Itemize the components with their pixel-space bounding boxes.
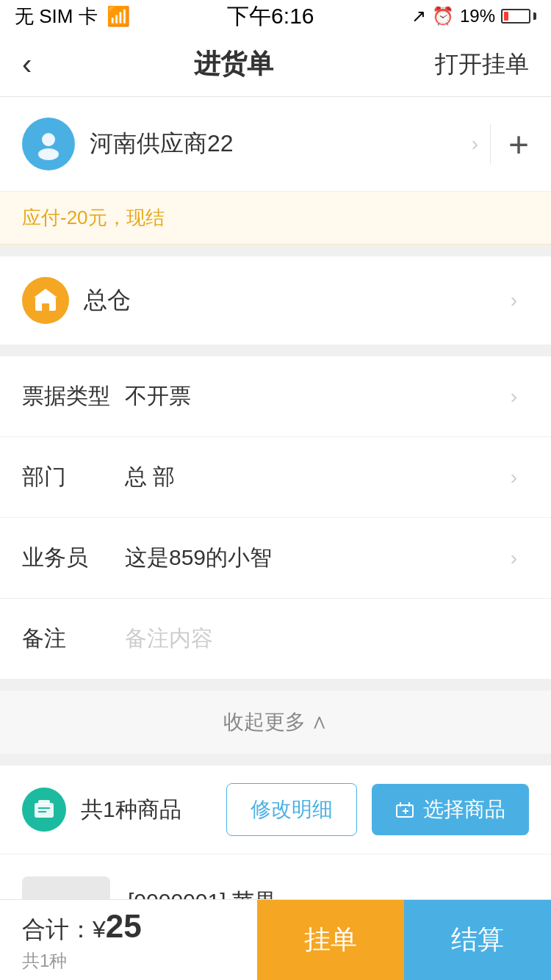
svg-point-0 (42, 133, 55, 146)
salesperson-value: 这是859的小智 (125, 543, 511, 573)
dept-value: 总 部 (125, 462, 511, 492)
remark-label: 备注 (22, 624, 110, 654)
form-row-dept[interactable]: 部门 总 部 › (0, 437, 551, 518)
modify-detail-button[interactable]: 修改明细 (226, 783, 357, 836)
supplier-section: 河南供应商22 › + 应付-20元，现结 (0, 97, 551, 245)
dept-label: 部门 (22, 462, 110, 492)
svg-marker-3 (34, 289, 57, 298)
alarm-icon: ⏰ (432, 6, 454, 26)
product-count-text: 共1种商品 (81, 795, 226, 825)
remark-value: 备注内容 (125, 624, 529, 654)
status-bar: 无 SIM 卡 📶 下午6:16 ↗ ⏰ 19% (0, 0, 551, 32)
form-row-invoice[interactable]: 票据类型 不开票 › (0, 356, 551, 437)
notice-text: 应付-20元，现结 (22, 206, 165, 228)
total-count: 共1种 (22, 949, 235, 973)
bottom-bar: 合计：¥25 共1种 挂单 结算 (0, 899, 551, 980)
svg-rect-6 (38, 800, 50, 804)
supplier-chevron-icon: › (472, 132, 478, 156)
form-row-remark[interactable]: 备注 备注内容 (0, 599, 551, 679)
status-left: 无 SIM 卡 📶 (15, 4, 130, 29)
collapse-label: 收起更多 ∧ (223, 710, 328, 733)
warehouse-row[interactable]: 总仓 › (0, 256, 551, 345)
warehouse-section: 总仓 › (0, 256, 551, 345)
collapse-bar[interactable]: 收起更多 ∧ (0, 691, 551, 754)
notice-bar: 应付-20元，现结 (0, 192, 551, 245)
status-right: ↗ ⏰ 19% (411, 6, 536, 26)
main-content: 河南供应商22 › + 应付-20元，现结 总仓 › 票据类型 不开票 › (0, 97, 551, 980)
open-hang-button[interactable]: 打开挂单 (435, 48, 529, 81)
salesperson-label: 业务员 (22, 543, 110, 573)
invoice-label: 票据类型 (22, 381, 110, 411)
select-product-label: 选择商品 (423, 796, 505, 824)
total-amount: 合计：¥25 (22, 908, 235, 946)
cart-icon (395, 799, 416, 820)
total-currency: ¥ (93, 916, 106, 943)
invoice-chevron-icon: › (511, 385, 517, 408)
battery-icon (501, 9, 536, 24)
svg-point-1 (38, 148, 59, 160)
status-time: 下午6:16 (227, 1, 314, 32)
wifi-icon: 📶 (107, 5, 130, 28)
form-section: 票据类型 不开票 › 部门 总 部 › 业务员 这是859的小智 › 备注 备注… (0, 356, 551, 679)
form-row-salesperson[interactable]: 业务员 这是859的小智 › (0, 518, 551, 599)
nav-bar: ‹ 进货单 打开挂单 (0, 32, 551, 97)
product-header: 共1种商品 修改明细 选择商品 (0, 765, 551, 854)
hang-button[interactable]: 挂单 (257, 900, 404, 981)
dept-chevron-icon: › (511, 466, 517, 489)
total-label: 合计： (22, 916, 93, 943)
svg-rect-5 (35, 803, 54, 818)
total-number: 25 (106, 908, 142, 944)
warehouse-name: 总仓 (84, 284, 511, 317)
checkout-button[interactable]: 结算 (404, 900, 551, 981)
warehouse-icon (22, 277, 69, 324)
supplier-row[interactable]: 河南供应商22 › + (0, 97, 551, 192)
back-button[interactable]: ‹ (22, 48, 32, 81)
battery-text: 19% (460, 6, 495, 26)
supplier-name: 河南供应商22 (90, 128, 472, 160)
add-button[interactable]: + (490, 124, 529, 165)
invoice-value: 不开票 (125, 381, 511, 411)
select-product-button[interactable]: 选择商品 (372, 784, 529, 835)
carrier-text: 无 SIM 卡 (15, 4, 98, 29)
page-title: 进货单 (194, 46, 273, 82)
salesperson-chevron-icon: › (511, 547, 517, 570)
svg-rect-4 (42, 303, 49, 311)
supplier-avatar (22, 118, 75, 170)
location-icon: ↗ (411, 6, 426, 26)
total-section: 合计：¥25 共1种 (0, 908, 257, 973)
product-count-icon (22, 788, 66, 832)
warehouse-chevron-icon: › (511, 289, 517, 312)
